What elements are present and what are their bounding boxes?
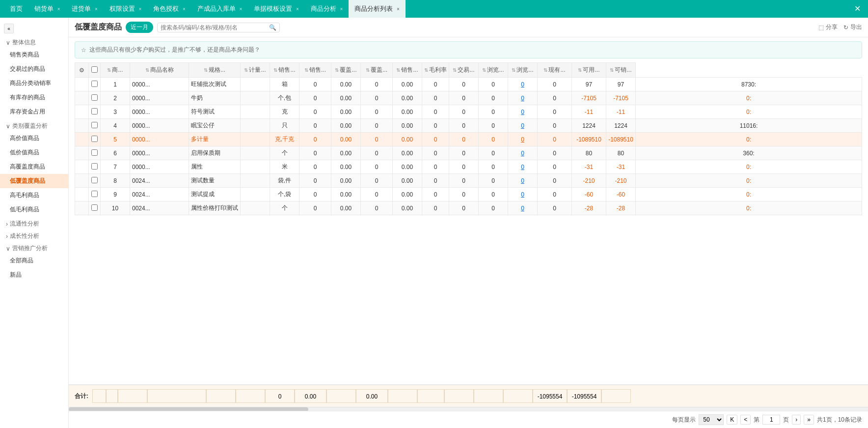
select-all-checkbox[interactable] [91,66,98,73]
filter-period-button[interactable]: 近一月 [126,22,153,33]
first-page-button[interactable]: K [727,415,737,425]
sidebar-section-growth[interactable]: › 成长性分析 [0,229,68,241]
next-page-button[interactable]: › [792,415,801,425]
row-view1[interactable]: 0 [508,91,538,105]
row-view1[interactable]: 0 [508,174,538,188]
row-checkbox[interactable] [89,188,101,201]
row-checkbox[interactable] [89,133,101,146]
row-view1[interactable]: 0 [508,201,538,215]
row-select-checkbox[interactable] [91,94,98,101]
sidebar-item-all-goods[interactable]: 全部商品 [0,254,68,268]
row-select-checkbox[interactable] [91,122,98,128]
nav-close-analysis[interactable]: × [340,6,343,12]
sidebar-section-marketing[interactable]: ∨ 营销推广分析 [0,241,68,254]
nav-item-home[interactable]: 首页 [4,0,28,18]
nav-close-purchase[interactable]: × [95,6,98,12]
nav-item-template[interactable]: 单据模板设置 × [248,0,304,18]
th-cover2[interactable]: ⇅覆盖... [361,63,393,78]
row-select-checkbox[interactable] [91,177,98,183]
row-view1[interactable]: 0 [508,105,538,119]
th-stock-cur[interactable]: ⇅现有... [538,63,572,78]
row-select-checkbox[interactable] [91,191,98,197]
row-checkbox[interactable] [89,201,101,215]
sidebar-item-traded-goods[interactable]: 交易过的商品 [0,62,68,76]
prev-page-button[interactable]: < [740,415,751,425]
th-spec[interactable]: ⇅规格... [189,63,241,78]
sidebar-section-coverage[interactable]: ∨ 类别覆盖分析 [0,119,68,131]
row-view1[interactable]: 0 [508,119,538,133]
search-icon[interactable]: 🔍 [269,24,276,31]
row-view1[interactable]: 0 [508,133,538,146]
row-select-checkbox[interactable] [91,108,98,114]
row-select-checkbox[interactable] [91,136,98,142]
sidebar-item-category-turnover[interactable]: 商品分类动销率 [0,76,68,90]
nav-close-roles[interactable]: × [183,6,186,12]
row-view1[interactable]: 0 [508,160,538,174]
scrollbar[interactable] [69,407,868,411]
row-view1[interactable]: 0 [508,188,538,201]
nav-close-production[interactable]: × [240,6,243,12]
row-select-checkbox[interactable] [91,163,98,170]
nav-close-sales[interactable]: × [57,6,60,12]
sidebar-item-new-goods[interactable]: 新品 [0,268,68,282]
sidebar-item-low-profit[interactable]: 低毛利商品 [0,202,68,217]
nav-item-roles[interactable]: 角色授权 × [147,0,191,18]
nav-item-production[interactable]: 产成品入库单 × [191,0,248,18]
sidebar-item-low-value[interactable]: 低价值商品 [0,145,68,160]
row-checkbox[interactable] [89,146,101,160]
sidebar-item-low-coverage[interactable]: 低覆盖度商品 [0,174,68,188]
th-sale-qty[interactable]: ⇅销售... [270,63,299,78]
row-select-checkbox[interactable] [91,81,98,87]
row-view1[interactable]: 0 [508,78,538,91]
row-checkbox[interactable] [89,78,101,91]
th-settings[interactable]: ⚙ [75,63,89,78]
nav-close-permissions[interactable]: × [139,6,142,12]
nav-item-analysis[interactable]: 商品分析 × [305,0,349,18]
th-view1[interactable]: ⇅浏览... [479,63,508,78]
sidebar-item-high-value[interactable]: 高价值商品 [0,131,68,145]
sidebar-item-in-stock-goods[interactable]: 有库存的商品 [0,90,68,105]
th-sale-val[interactable]: ⇅销售... [393,63,422,78]
page-input[interactable] [762,415,780,425]
nav-close-analysis-list[interactable]: × [397,6,400,12]
th-stock-avail[interactable]: ⇅可用... [572,63,606,78]
row-view1[interactable]: 0 [508,146,538,160]
nav-item-sales[interactable]: 销货单 × [28,0,66,18]
window-close-button[interactable]: ✕ [850,2,864,16]
th-stock-sale[interactable]: ⇅可销... [606,63,636,78]
sidebar-item-sales-goods[interactable]: 销售类商品 [0,48,68,62]
sidebar-collapse-button[interactable]: « [4,24,14,33]
export-button[interactable]: ↻ 导出 [843,23,862,31]
th-name[interactable]: ⇅商品名称 [130,63,189,78]
last-page-button[interactable]: » [804,415,814,425]
row-checkbox[interactable] [89,105,101,119]
sidebar-item-high-coverage[interactable]: 高覆盖度商品 [0,160,68,174]
th-gross-rate[interactable]: ⇅毛利率 [422,63,449,78]
share-button[interactable]: ⬚ 分享 [818,23,838,31]
row-select-checkbox[interactable] [91,204,98,211]
th-sale-amount[interactable]: ⇅销售... [299,63,331,78]
search-input[interactable] [161,24,269,31]
per-page-select[interactable]: 50 100 200 [699,414,724,425]
th-cover1[interactable]: ⇅覆盖... [331,63,361,78]
row-checkbox[interactable] [89,91,101,105]
sidebar-section-liquidity[interactable]: › 流通性分析 [0,217,68,229]
nav-item-purchase[interactable]: 进货单 × [66,0,103,18]
th-unit[interactable]: ⇅计量... [241,63,270,78]
sidebar-item-high-profit[interactable]: 高毛利商品 [0,188,68,202]
row-stock-avail: -7105 [606,91,636,105]
nav-item-permissions[interactable]: 权限设置 × [104,0,147,18]
sidebar-item-inventory-capital[interactable]: 库存资金占用 [0,105,68,119]
sidebar-section-overview[interactable]: ∨ 整体信息 [0,35,68,48]
row-select-checkbox[interactable] [91,149,98,156]
th-checkbox[interactable] [89,63,101,78]
row-checkbox[interactable] [89,119,101,133]
nav-item-analysis-list[interactable]: 商品分析列表 × [349,0,405,18]
row-checkbox[interactable] [89,160,101,174]
star-icon: ☆ [81,47,86,54]
th-code[interactable]: ⇅商... [101,63,130,78]
nav-close-template[interactable]: × [296,6,299,12]
row-checkbox[interactable] [89,174,101,188]
th-view2[interactable]: ⇅浏览... [508,63,538,78]
th-trade[interactable]: ⇅交易... [449,63,479,78]
